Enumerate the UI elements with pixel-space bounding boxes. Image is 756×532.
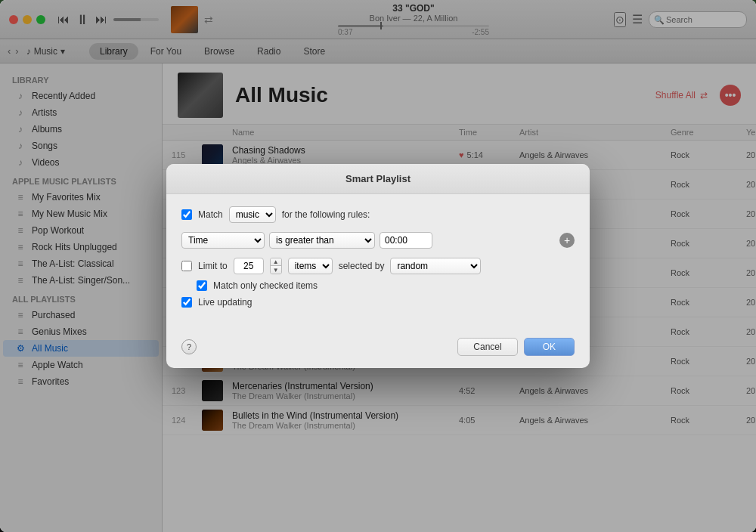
live-update-row: Live updating	[181, 297, 575, 308]
selected-by-label: selected by	[339, 261, 385, 271]
match-checkbox[interactable]	[181, 209, 192, 220]
limit-to-label: Limit to	[198, 261, 228, 271]
stepper-up-button[interactable]: ▲	[271, 258, 281, 266]
help-button[interactable]: ?	[181, 339, 197, 354]
cancel-button[interactable]: Cancel	[457, 338, 517, 356]
ok-button[interactable]: OK	[524, 338, 575, 356]
items-select[interactable]: items MB GB	[288, 258, 333, 274]
match-row: Match music for the following rules:	[181, 206, 575, 223]
match-checked-row: Match only checked items	[181, 280, 575, 291]
live-update-checkbox[interactable]	[181, 297, 192, 308]
match-checked-checkbox[interactable]	[197, 280, 207, 291]
limit-checkbox[interactable]	[181, 261, 192, 271]
dialog-content: Match music for the following rules: Tim…	[166, 194, 590, 332]
rule-value-input[interactable]	[380, 232, 432, 249]
limit-row: Limit to ▲ ▼ items MB GB selected by ran…	[181, 258, 575, 274]
dialog-title: Smart Playlist	[166, 164, 590, 194]
stepper-down-button[interactable]: ▼	[271, 266, 281, 274]
limit-stepper: ▲ ▼	[270, 258, 282, 274]
rule-condition-select[interactable]: is greater than	[269, 232, 375, 249]
dialog-actions: Cancel OK	[457, 338, 575, 356]
for-following-label: for the following rules:	[282, 209, 370, 220]
match-label: Match	[198, 209, 223, 220]
rule-row: Time is greater than +	[181, 232, 575, 249]
dialog-footer: ? Cancel OK	[166, 332, 590, 368]
match-select[interactable]: music	[229, 206, 276, 223]
limit-value-input[interactable]	[234, 258, 264, 274]
main-window: ⏮ ⏸ ⏭ ⇄ 33 "GOD" Bon Iver — 22, A Millio…	[0, 0, 756, 532]
live-update-label: Live updating	[198, 297, 252, 308]
add-rule-button[interactable]: +	[559, 233, 575, 248]
dialog-overlay: Smart Playlist Match music for the follo…	[0, 0, 756, 532]
smart-playlist-dialog: Smart Playlist Match music for the follo…	[166, 164, 590, 368]
match-checked-label: Match only checked items	[213, 280, 318, 291]
rule-field-select[interactable]: Time	[181, 232, 265, 249]
selected-by-select[interactable]: random artist album genre rating	[390, 258, 481, 274]
